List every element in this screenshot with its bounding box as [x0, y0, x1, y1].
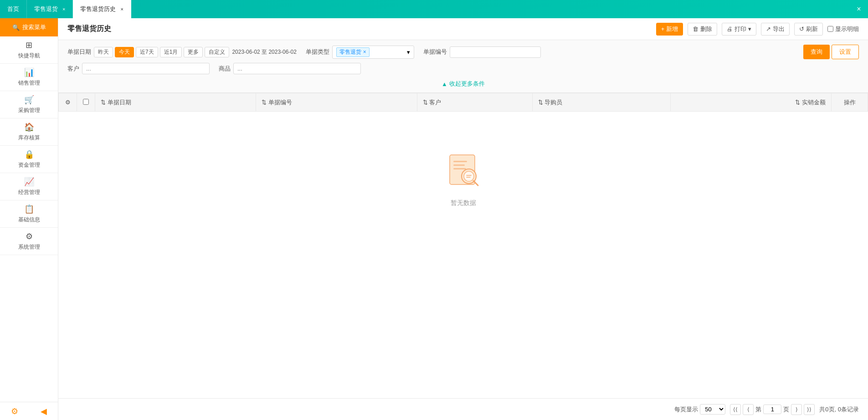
filter-row-1: 单据日期 昨天 今天 近7天 近1月 更多 自定义 2023-06-02 至 2…	[67, 45, 859, 59]
date-btn-custom[interactable]: 自定义	[205, 47, 229, 57]
pagination-bar: 每页显示 20 50 100 ⟨⟨ ⟨ 第 页 ⟩ ⟩⟩ 共0页, 0条记录	[58, 398, 868, 420]
date-btn-yesterday[interactable]: 昨天	[94, 47, 113, 57]
sidebar-item-basic-info[interactable]: 📋 基础信息	[0, 200, 58, 228]
empty-cell: 暂无数据	[59, 112, 868, 244]
content-area: 零售退货历史 + 新增 🗑 删除 🖨 打印 ▾ ↗ 导出 ↺	[58, 18, 868, 420]
collapse-sidebar-icon[interactable]: ◀	[41, 406, 47, 416]
th-date-label: ⇅ 单据日期	[101, 99, 131, 106]
tab-retail-return[interactable]: 零售退货 ×	[27, 0, 73, 18]
sidebar-item-finance[interactable]: 🔒 资金管理	[0, 146, 58, 173]
th-number: ⇅ 单据编号	[256, 93, 417, 112]
sidebar-item-label: 采购管理	[18, 107, 40, 114]
date-buttons: 昨天 今天 近7天 近1月 更多 自定义	[94, 47, 229, 57]
query-button[interactable]: 查询	[803, 45, 830, 59]
next-page-button[interactable]: ⟩	[791, 404, 802, 415]
inventory-icon: 🏠	[24, 122, 34, 132]
page-label-text: 第	[755, 405, 761, 414]
number-input[interactable]	[450, 46, 541, 58]
date-btn-1month[interactable]: 近1月	[160, 47, 182, 57]
number-filter: 单据编号	[423, 46, 541, 58]
prev-page-button[interactable]: ⟨	[743, 404, 754, 415]
page-size-dropdown[interactable]: 20 50 100	[700, 404, 725, 415]
date-btn-7days[interactable]: 近7天	[136, 47, 158, 57]
sidebar-item-system[interactable]: ⚙ 系统管理	[0, 228, 58, 255]
toolbar: + 新增 🗑 删除 🖨 打印 ▾ ↗ 导出 ↺ 刷新	[656, 23, 859, 36]
last-page-button[interactable]: ⟩⟩	[804, 404, 815, 415]
page-number-input[interactable]	[763, 405, 781, 414]
th-actions: 操作	[832, 93, 868, 112]
sidebar-item-label: 销售管理	[18, 79, 40, 87]
gear-icon[interactable]: ⚙	[65, 99, 71, 106]
date-btn-today[interactable]: 今天	[115, 47, 134, 57]
sidebar-item-label: 经营管理	[18, 189, 40, 196]
main-layout: 🔍 搜索菜单 ⊞ 快捷导航 📊 销售管理 🛒 采购管理 🏠 库存核算 🔒	[0, 18, 868, 420]
refresh-button[interactable]: ↺ 刷新	[794, 23, 823, 36]
number-filter-label: 单据编号	[423, 48, 447, 56]
sidebar-item-quick-nav[interactable]: ⊞ 快捷导航	[0, 36, 58, 64]
show-detail-input[interactable]	[827, 26, 833, 32]
filter-area: 单据日期 昨天 今天 近7天 近1月 更多 自定义 2023-06-02 至 2…	[58, 40, 868, 93]
sidebar-bottom: ⚙ ◀	[0, 402, 58, 420]
basic-info-icon: 📋	[24, 204, 34, 214]
type-filter-label: 单据类型	[306, 48, 329, 56]
sidebar-search[interactable]: 🔍 搜索菜单	[0, 18, 58, 36]
sidebar-item-sales[interactable]: 📊 销售管理	[0, 64, 58, 91]
th-guide-label: ⇅ 导购员	[538, 99, 563, 106]
tab-retail-return-close[interactable]: ×	[62, 6, 65, 12]
refresh-icon: ↺	[799, 26, 804, 32]
table-header-row: ⚙ ⇅ 单据日期 ⇅ 单据编号 ⇅ 客户	[59, 93, 868, 112]
type-filter: 单据类型 零售退货 × ▾	[306, 46, 414, 59]
sidebar-item-inventory[interactable]: 🏠 库存核算	[0, 118, 58, 146]
top-bar: 首页 零售退货 × 零售退货历史 × ×	[0, 0, 868, 18]
first-page-button[interactable]: ⟨⟨	[730, 404, 741, 415]
window-close-button[interactable]: ×	[850, 0, 868, 18]
th-guide: ⇅ 导购员	[532, 93, 670, 112]
collapse-filter-button[interactable]: ▲ 收起更多条件	[442, 80, 485, 88]
tab-retail-return-history-close[interactable]: ×	[120, 6, 123, 12]
sidebar-item-purchase[interactable]: 🛒 采购管理	[0, 91, 58, 118]
settings-bottom-icon[interactable]: ⚙	[11, 406, 18, 416]
tab-retail-return-history[interactable]: 零售退货历史 ×	[73, 0, 131, 18]
goods-filter-label: 商品	[219, 65, 231, 73]
print-dropdown-icon: ▾	[748, 26, 751, 32]
goods-filter: 商品	[219, 63, 361, 74]
type-tag-close[interactable]: ×	[363, 49, 366, 55]
show-detail-checkbox[interactable]: 显示明细	[827, 25, 859, 33]
date-btn-more[interactable]: 更多	[184, 47, 203, 57]
export-button[interactable]: ↗ 导出	[761, 23, 790, 36]
export-icon: ↗	[766, 26, 771, 32]
page-navigation: ⟨⟨ ⟨ 第 页 ⟩ ⟩⟩	[730, 404, 815, 415]
sidebar-search-label: 搜索菜单	[22, 23, 46, 31]
goods-input[interactable]	[233, 63, 361, 74]
sidebar-item-label: 基础信息	[18, 216, 40, 224]
th-customer-label: ⇅ 客户	[423, 99, 442, 106]
type-tag: 零售退货 ×	[336, 47, 370, 57]
add-button[interactable]: + 新增	[656, 23, 683, 36]
th-gear: ⚙	[59, 93, 77, 112]
type-select-arrow: ▾	[407, 49, 410, 56]
delete-button[interactable]: 🗑 删除	[688, 23, 717, 36]
select-all-checkbox[interactable]	[83, 99, 89, 105]
th-amount: ⇅ 实销金额	[670, 93, 831, 112]
customer-filter-label: 客户	[67, 65, 79, 73]
sidebar-item-label: 系统管理	[18, 243, 40, 251]
page-title: 零售退货历史	[67, 24, 111, 34]
delete-icon: 🗑	[693, 26, 699, 32]
operations-icon: 📈	[24, 177, 34, 187]
sidebar-item-operations[interactable]: 📈 经营管理	[0, 173, 58, 200]
print-button[interactable]: 🖨 打印 ▾	[722, 23, 756, 36]
sidebar: 🔍 搜索菜单 ⊞ 快捷导航 📊 销售管理 🛒 采购管理 🏠 库存核算 🔒	[0, 18, 58, 420]
filter-row-2: 客户 商品	[67, 63, 859, 74]
sidebar-menu: ⊞ 快捷导航 📊 销售管理 🛒 采购管理 🏠 库存核算 🔒 资金管理 📈	[0, 36, 58, 402]
tab-retail-return-label: 零售退货	[34, 5, 58, 13]
customer-input[interactable]	[82, 63, 210, 74]
settings-button[interactable]: 设置	[832, 45, 859, 59]
page-unit-label: 页	[783, 405, 789, 414]
th-number-label: ⇅ 单据编号	[262, 99, 292, 106]
th-customer: ⇅ 客户	[417, 93, 532, 112]
tab-home[interactable]: 首页	[0, 0, 27, 18]
empty-state-icon	[441, 148, 486, 194]
sidebar-item-label: 库存核算	[18, 134, 40, 142]
empty-row: 暂无数据	[59, 112, 868, 244]
type-select[interactable]: 零售退货 × ▾	[332, 46, 414, 59]
